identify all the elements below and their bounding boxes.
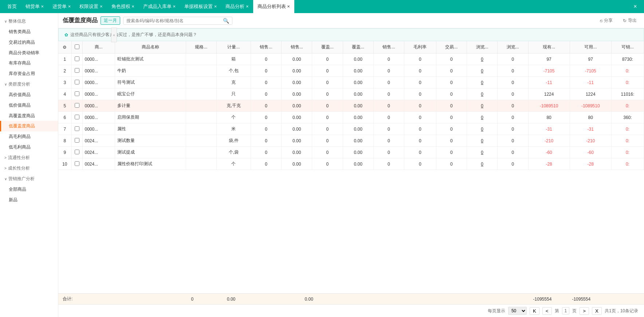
sidebar-section-cluster[interactable]: ∨ 类群度分析	[0, 79, 58, 90]
table-footer: 合计: 0 0.00 0.00 -1095554 -1095554	[58, 293, 644, 304]
sidebar-item-high-margin[interactable]: 高毛利商品	[0, 131, 58, 142]
row-checkbox[interactable]	[71, 158, 82, 170]
row-select-checkbox[interactable]	[75, 103, 79, 108]
sidebar-item-stocked-goods[interactable]: 有库存商品	[0, 58, 58, 68]
nav-sales[interactable]: 销货单 ×	[21, 0, 48, 13]
page-prefix-label: 第	[555, 308, 559, 314]
row-sales-amt: 0.00	[282, 88, 312, 100]
row-select-checkbox[interactable]	[75, 68, 79, 73]
nav-goods-analysis-list[interactable]: 商品分析列表 ×	[253, 0, 294, 13]
sidebar-section-growth[interactable]: > 成长性分析	[0, 163, 58, 174]
row-select-checkbox[interactable]	[75, 150, 79, 154]
row-browse1[interactable]: 0	[467, 77, 498, 88]
first-page-button[interactable]: K	[530, 307, 539, 315]
row-unit: 袋,件	[217, 135, 251, 147]
row-browse2: 0	[498, 100, 528, 112]
row-select-checkbox[interactable]	[75, 56, 79, 61]
export-icon: ↻	[623, 18, 627, 23]
date-filter-recent-month[interactable]: 近一月	[101, 16, 120, 25]
sidebar-collapse-button[interactable]: «	[111, 28, 117, 42]
col-sales-amt-header: 销售...	[282, 41, 312, 54]
row-checkbox[interactable]	[71, 88, 82, 100]
row-checkbox[interactable]	[71, 100, 82, 112]
nav-product-warehouse[interactable]: 产成品入库单 ×	[139, 0, 180, 13]
row-select-checkbox[interactable]	[75, 91, 79, 96]
sidebar-section-flow[interactable]: > 流通性分析	[0, 152, 58, 163]
row-name: 启用保质期	[115, 112, 186, 123]
row-browse1[interactable]: 0	[467, 54, 498, 65]
row-checkbox[interactable]	[71, 54, 82, 65]
row-checkbox[interactable]	[71, 65, 82, 77]
nav-purchase[interactable]: 进货单 ×	[48, 0, 75, 13]
row-coverage1: 0	[312, 147, 343, 158]
nav-role[interactable]: 角色授权 ×	[107, 0, 139, 13]
share-button[interactable]: ⎋ 分享	[597, 16, 616, 25]
sidebar-item-low-coverage[interactable]: 低覆盖度商品	[0, 121, 58, 131]
row-select-checkbox[interactable]	[75, 161, 79, 166]
sidebar-item-low-value[interactable]: 低价值商品	[0, 100, 58, 111]
row-browse1[interactable]: 0	[467, 135, 498, 147]
sidebar-item-high-value[interactable]: 高价值商品	[0, 90, 58, 100]
nav-template[interactable]: 单据模板设置 ×	[180, 0, 221, 13]
sidebar-section-overall[interactable]: ∨ 整体信息	[0, 16, 58, 27]
nav-home[interactable]: 首页	[3, 0, 21, 13]
row-gross-margin: 0	[404, 112, 436, 123]
row-browse1[interactable]: 0	[467, 112, 498, 123]
row-select-checkbox[interactable]	[75, 126, 79, 131]
row-browse1[interactable]: 0	[467, 65, 498, 77]
sidebar-item-high-coverage[interactable]: 高覆盖度商品	[0, 111, 58, 121]
row-spec	[186, 123, 216, 135]
row-select-checkbox[interactable]	[75, 115, 79, 119]
sidebar-item-sales-goods[interactable]: 销售类商品	[0, 27, 58, 37]
col-checkbox[interactable]	[71, 41, 82, 54]
sidebar-item-inventory-capital[interactable]: 库存资金占用	[0, 68, 58, 79]
sidebar-section-marketing[interactable]: ∨ 营销推广分析	[0, 174, 58, 184]
window-close-button[interactable]: ×	[629, 1, 641, 12]
row-coverage1: 0	[312, 65, 343, 77]
sidebar-section-flow-label: 流通性分析	[8, 155, 30, 161]
row-checkbox[interactable]	[71, 77, 82, 88]
row-select-checkbox[interactable]	[75, 80, 79, 84]
row-sales-qty: 0	[251, 88, 281, 100]
sidebar-item-new-goods[interactable]: 新品	[0, 195, 58, 205]
row-browse1[interactable]: 0	[467, 158, 498, 170]
row-select-checkbox[interactable]	[75, 138, 79, 143]
row-browse1[interactable]: 0	[467, 123, 498, 135]
search-icon[interactable]: 🔍	[223, 18, 229, 24]
row-browse2: 0	[498, 77, 528, 88]
table-row: 4 0000... 眠宝公仔 只 0 0.00 0 0.00 0 0 0 0 0…	[58, 88, 644, 100]
export-button[interactable]: ↻ 导出	[620, 16, 640, 25]
row-checkbox[interactable]	[71, 123, 82, 135]
table-wrapper[interactable]: ⚙ 商... 商品名称 规格... 计量... 销售... 销售... 覆盖..…	[58, 41, 644, 293]
sidebar-item-category-rate[interactable]: 商品分类动销率	[0, 48, 58, 58]
nav-permission[interactable]: 权限设置 ×	[75, 0, 107, 13]
row-browse1[interactable]: 0	[467, 100, 498, 112]
sidebar-item-low-margin[interactable]: 低毛利商品	[0, 142, 58, 152]
last-page-button[interactable]: X	[592, 307, 602, 315]
row-checkbox[interactable]	[71, 112, 82, 123]
row-browse1[interactable]: 0	[467, 88, 498, 100]
nav-goods-analysis[interactable]: 商品分析 ×	[221, 0, 253, 13]
col-settings[interactable]: ⚙	[58, 41, 71, 54]
row-trade: 0	[436, 77, 467, 88]
row-browse1[interactable]: 0	[467, 147, 498, 158]
row-unit: 个	[217, 112, 251, 123]
row-coverage2: 0.00	[343, 158, 373, 170]
prev-page-button[interactable]: <	[542, 307, 552, 315]
search-input[interactable]	[126, 18, 223, 23]
current-page-number[interactable]: 1	[562, 307, 570, 314]
sidebar-item-traded-goods[interactable]: 交易过的商品	[0, 37, 58, 48]
row-unit: 个	[217, 158, 251, 170]
settings-icon[interactable]: ⚙	[63, 45, 67, 50]
select-all-checkbox[interactable]	[75, 44, 79, 49]
per-page-select[interactable]: 50 20 100	[508, 307, 527, 315]
row-checkbox[interactable]	[71, 135, 82, 147]
row-available: -1089510	[570, 100, 611, 112]
row-checkbox[interactable]	[71, 147, 82, 158]
row-sales-amt: 0.00	[282, 158, 312, 170]
sidebar-item-all-goods[interactable]: 全部商品	[0, 184, 58, 195]
row-coverage1: 0	[312, 54, 343, 65]
next-page-button[interactable]: >	[580, 307, 589, 315]
table-row: 7 0000... 属性 米 0 0.00 0 0.00 0 0 0 0 0 -…	[58, 123, 644, 135]
row-sales-qty: 0	[251, 147, 281, 158]
